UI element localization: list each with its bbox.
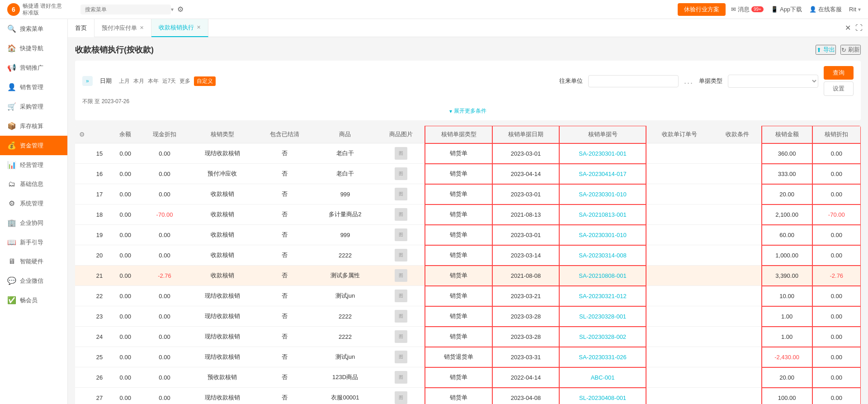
table-row[interactable]: 19 0.00 0.00 收款核销 否 999 图 销货单 2023-03-01…: [75, 225, 861, 245]
bill-no-link[interactable]: ABC-001: [591, 374, 615, 381]
bill-no-link[interactable]: SA-20210813-001: [579, 211, 627, 218]
bill-no-link[interactable]: SA-20230414-017: [579, 171, 627, 177]
td-bill-no[interactable]: SA-20230331-026: [559, 347, 646, 367]
date-option-more[interactable]: 更多: [179, 77, 190, 85]
bill-no-link[interactable]: SA-20230331-026: [579, 354, 627, 361]
td-bill-no[interactable]: SA-20230314-008: [559, 245, 646, 266]
date-option-last-month[interactable]: 上月: [119, 77, 130, 85]
table-row[interactable]: 24 0.00 0.00 现结收款核销 否 2222 图 销货单 2023-03…: [75, 327, 861, 347]
cart-icon: 🛒: [7, 102, 16, 111]
refresh-button[interactable]: ↻ 刷新: [840, 45, 861, 55]
expand-more-button[interactable]: ▾ 展开更多条件: [82, 107, 854, 115]
sidebar-item-sales[interactable]: 👤 销售管理: [0, 77, 67, 97]
sidebar-label-guide: 新手引导: [20, 238, 43, 247]
doc-type-select[interactable]: [728, 75, 818, 88]
tab-maximize-icon[interactable]: ⛶: [855, 24, 863, 32]
bill-no-link[interactable]: SA-20230321-012: [579, 293, 627, 299]
td-bill-no[interactable]: SL-20230328-002: [559, 327, 646, 347]
table-row[interactable]: 23 0.00 0.00 现结收款核销 否 2222 图 销货单 2023-03…: [75, 306, 861, 327]
date-option-7days[interactable]: 近7天: [162, 77, 176, 85]
settings-button[interactable]: 设置: [824, 81, 854, 96]
sidebar-item-wechat[interactable]: 💬 企业微信: [0, 271, 67, 290]
table-row[interactable]: 21 0.00 -2.76 收款核销 否 测试多属性 图 销货单 2021-08…: [75, 266, 861, 286]
table-row[interactable]: 25 0.00 0.00 现结收款核销 否 测试jun 图 销货退货单 2023…: [75, 347, 861, 367]
tab-home[interactable]: 首页: [68, 19, 94, 37]
top-search-input[interactable]: [80, 5, 171, 14]
tab-prepay-close-icon[interactable]: ✕: [140, 25, 144, 31]
export-button[interactable]: ⬆ 导出: [816, 45, 836, 55]
th-bill-type: 核销单据类型: [425, 126, 492, 143]
sidebar-item-search[interactable]: 🔍 搜索菜单: [0, 19, 67, 38]
bill-no-link[interactable]: SA-20230301-010: [579, 191, 627, 198]
online-service-item[interactable]: 👤 在线客服: [809, 5, 842, 14]
sidebar-label-corp: 企业协同: [20, 219, 43, 227]
sidebar-item-quicknav[interactable]: 🏠 快捷导航: [0, 38, 67, 58]
tab-writeoff[interactable]: 收款核销执行 ✕: [151, 19, 208, 37]
sidebar-item-system[interactable]: ⚙ 系统管理: [0, 194, 67, 213]
date-option-this-month[interactable]: 本月: [133, 77, 144, 85]
sidebar-item-corp[interactable]: 🏢 企业协同: [0, 213, 67, 233]
th-receipt-terms: 收款条件: [713, 126, 761, 143]
expand-more-label: 展开更多条件: [454, 107, 486, 115]
dots-button[interactable]: ...: [684, 76, 693, 86]
table-row[interactable]: 18 0.00 -70.00 收款核销 否 多计量商品2 图 销货单 2021-…: [75, 204, 861, 225]
sidebar-item-business[interactable]: 📊 经营管理: [0, 155, 67, 175]
td-bill-no[interactable]: SA-20210813-001: [559, 204, 646, 225]
table-row[interactable]: 15 0.00 0.00 现结收款核销 否 老白干 图 销货单 2023-03-…: [75, 143, 861, 164]
td-bill-no[interactable]: SA-20230321-012: [559, 286, 646, 306]
table-row[interactable]: 27 0.00 0.00 现结收款核销 否 衣服00001 图 销货单 2023…: [75, 388, 861, 404]
td-writeoff-discount: 0.00: [812, 164, 861, 184]
bill-no-link[interactable]: SL-20230328-001: [579, 313, 626, 320]
tab-close-all-icon[interactable]: ✕: [845, 24, 851, 32]
th-goods: 商品: [314, 126, 377, 143]
query-button[interactable]: 查询: [824, 66, 854, 80]
td-settings: [75, 164, 89, 184]
settings-icon[interactable]: ⚙: [177, 5, 184, 14]
td-bill-no[interactable]: SL-20230408-001: [559, 388, 646, 404]
td-bill-no[interactable]: SA-20210808-001: [559, 266, 646, 286]
app-download-item[interactable]: 📱 App下载: [771, 5, 802, 14]
tab-writeoff-close-icon[interactable]: ✕: [197, 24, 201, 30]
bill-no-link[interactable]: SA-20230301-001: [579, 150, 627, 157]
bill-no-link[interactable]: SA-20230314-008: [579, 252, 627, 259]
sidebar-item-basic[interactable]: 🗂 基础信息: [0, 175, 67, 194]
user-avatar[interactable]: Rit ▾: [849, 6, 861, 13]
td-balance: 0.00: [110, 388, 140, 404]
filter-expand-button[interactable]: »: [82, 76, 93, 86]
doc-type-label: 单据类型: [699, 77, 722, 85]
sidebar-item-inventory[interactable]: 📦 库存核算: [0, 116, 67, 136]
td-writeoff-discount: 0.00: [812, 327, 861, 347]
table-row[interactable]: 20 0.00 0.00 收款核销 否 2222 图 销货单 2023-03-1…: [75, 245, 861, 266]
td-bill-no[interactable]: SA-20230301-010: [559, 184, 646, 204]
td-bill-no[interactable]: ABC-001: [559, 367, 646, 388]
table-row[interactable]: 17 0.00 0.00 收款核销 否 999 图 销货单 2023-03-01…: [75, 184, 861, 204]
column-settings-icon[interactable]: ⚙: [79, 131, 85, 138]
td-seq: 20: [89, 245, 110, 266]
td-bill-no[interactable]: SL-20230328-001: [559, 306, 646, 327]
date-option-this-year[interactable]: 本年: [148, 77, 159, 85]
td-goods-image: 图: [377, 184, 425, 204]
sidebar-item-finance[interactable]: 💰 资金管理: [0, 136, 67, 155]
sidebar-item-member[interactable]: ✅ 畅会员: [0, 290, 67, 310]
from-unit-input[interactable]: [588, 75, 679, 87]
bill-no-link[interactable]: SA-20230301-010: [579, 232, 627, 238]
sidebar-item-hardware[interactable]: 🖥 智能硬件: [0, 252, 67, 271]
sidebar-item-guide[interactable]: 📖 新手引导: [0, 233, 67, 252]
date-option-custom[interactable]: 自定义: [194, 76, 216, 86]
table-row[interactable]: 16 0.00 0.00 预付冲应收 否 老白干 图 销货单 2023-04-1…: [75, 164, 861, 184]
bill-no-link[interactable]: SL-20230408-001: [579, 394, 626, 401]
td-bill-no[interactable]: SA-20230414-017: [559, 164, 646, 184]
sidebar-item-purchase[interactable]: 🛒 采购管理: [0, 97, 67, 116]
filter-area: » 日期 上月 本月 本年 近7天 更多 自定义 往来单位 ... 单据: [75, 61, 861, 120]
table-row[interactable]: 22 0.00 0.00 现结收款核销 否 测试jun 图 销货单 2023-0…: [75, 286, 861, 306]
td-bill-no[interactable]: SA-20230301-010: [559, 225, 646, 245]
solution-button[interactable]: 休验行业方案: [678, 3, 726, 16]
sidebar-item-marketing[interactable]: 📢 营销推广: [0, 58, 67, 77]
th-settings[interactable]: ⚙: [75, 126, 89, 143]
bill-no-link[interactable]: SA-20210808-001: [579, 272, 627, 279]
message-item[interactable]: ✉ 消息 99+: [731, 5, 764, 14]
table-row[interactable]: 26 0.00 0.00 预收款核销 否 123D商品 图 销货单 2022-0…: [75, 367, 861, 388]
td-bill-no[interactable]: SA-20230301-001: [559, 143, 646, 164]
tab-prepay[interactable]: 预付冲应付单 ✕: [94, 19, 151, 37]
bill-no-link[interactable]: SL-20230328-002: [579, 333, 626, 340]
